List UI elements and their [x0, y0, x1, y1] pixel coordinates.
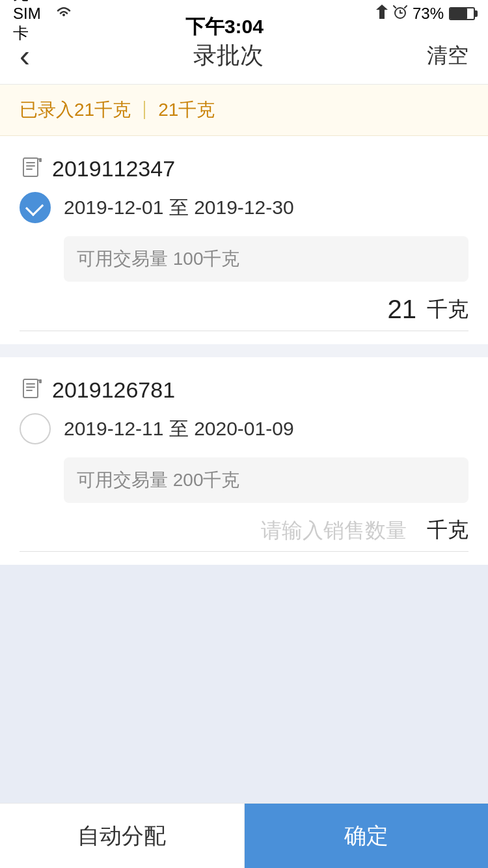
svg-rect-8 — [26, 387, 35, 388]
battery-percent: 73% — [413, 5, 444, 23]
item-header-1: 2019112347 — [20, 156, 468, 182]
item-availability-2: 可用交易量 200千克 — [64, 457, 468, 503]
item-row-2[interactable]: 2019-12-11 至 2020-01-09 — [20, 413, 468, 444]
item-card-1: 2019112347 2019-12-01 至 2019-12-30 可用交易量… — [0, 136, 488, 344]
svg-rect-1 — [23, 158, 38, 176]
svg-rect-7 — [26, 383, 35, 385]
item-input-row-2[interactable]: 千克 — [20, 503, 468, 552]
bottom-area — [0, 565, 488, 825]
item-unit-2: 千克 — [427, 516, 468, 545]
alarm-icon — [393, 5, 407, 23]
back-button[interactable]: ‹ — [20, 38, 30, 74]
radio-button-2[interactable] — [20, 413, 51, 444]
sim-text: 无 SIM 卡 — [13, 0, 49, 44]
item-id-2: 2019126781 — [52, 377, 175, 403]
summary-bar: 已录入21千克 21千克 — [0, 85, 488, 136]
footer: 自动分配 确定 — [0, 803, 488, 868]
confirm-button[interactable]: 确定 — [245, 804, 489, 868]
item-id-1: 2019112347 — [52, 156, 175, 182]
status-bar: 无 SIM 卡 下午3:04 73% — [0, 0, 488, 27]
radio-button-1[interactable] — [20, 192, 51, 223]
svg-rect-4 — [26, 169, 33, 170]
summary-amount: 21千克 — [158, 98, 215, 122]
page-title: 录批次 — [193, 40, 264, 72]
summary-divider — [144, 101, 145, 119]
item-quantity-unit-1: 千克 — [427, 295, 468, 324]
item-date-1: 2019-12-01 至 2019-12-30 — [64, 195, 294, 221]
item-divider — [0, 344, 488, 357]
status-right: 73% — [376, 5, 475, 23]
item-quantity-value-1: 21 — [388, 295, 417, 324]
item-card-2: 2019126781 2019-12-11 至 2020-01-09 可用交易量… — [0, 357, 488, 565]
battery-icon — [449, 7, 475, 20]
svg-rect-3 — [26, 165, 35, 167]
status-left: 无 SIM 卡 — [13, 0, 73, 44]
wifi-icon — [55, 5, 73, 23]
auto-distribute-button[interactable]: 自动分配 — [0, 804, 245, 868]
svg-rect-6 — [23, 379, 38, 398]
document-icon-2 — [20, 377, 46, 403]
svg-rect-2 — [26, 162, 35, 163]
quantity-input-2[interactable] — [156, 519, 416, 543]
item-availability-1: 可用交易量 100千克 — [64, 236, 468, 282]
item-quantity-row-1: 21 千克 — [20, 282, 468, 331]
document-icon-1 — [20, 156, 46, 182]
clear-button[interactable]: 清空 — [427, 42, 468, 70]
summary-label: 已录入21千克 — [20, 98, 131, 122]
item-header-2: 2019126781 — [20, 377, 468, 403]
item-row-1[interactable]: 2019-12-01 至 2019-12-30 — [20, 192, 468, 223]
location-icon — [376, 5, 388, 23]
status-time: 下午3:04 — [185, 14, 264, 40]
content-area: 已录入21千克 21千克 2019112347 2019-12-01 至 201… — [0, 85, 488, 868]
item-date-2: 2019-12-11 至 2020-01-09 — [64, 416, 294, 442]
svg-rect-9 — [26, 390, 33, 391]
